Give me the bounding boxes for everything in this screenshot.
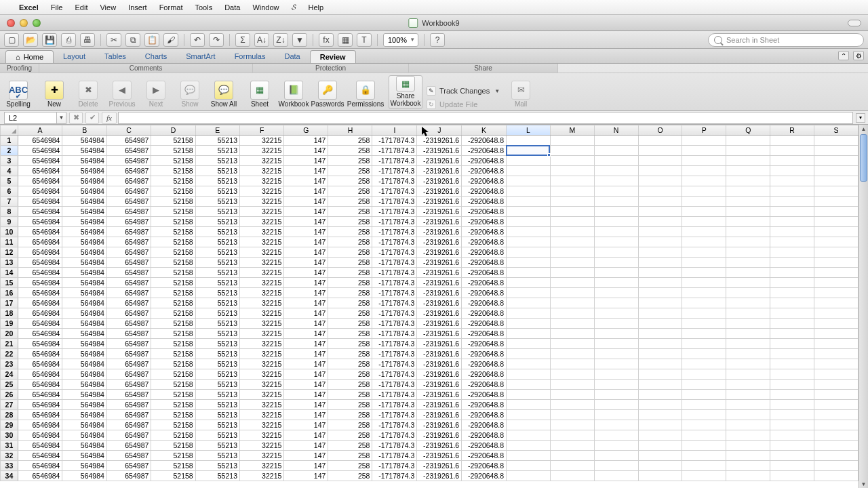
cell-C5[interactable]: 654987 xyxy=(106,176,151,186)
col-header-C[interactable]: C xyxy=(106,125,151,136)
cell-J33[interactable]: -2319261.6 xyxy=(417,461,462,471)
cell-F34[interactable]: 32215 xyxy=(239,471,283,481)
tab-home[interactable]: ⌂Home xyxy=(5,50,54,63)
cell-A20[interactable]: 6546984 xyxy=(18,329,62,339)
cell-S6[interactable] xyxy=(814,186,858,197)
cell-L1[interactable] xyxy=(507,136,551,146)
cell-O1[interactable] xyxy=(638,136,682,146)
row-header-27[interactable]: 27 xyxy=(1,400,18,410)
col-header-N[interactable]: N xyxy=(594,125,638,136)
cell-D7[interactable]: 52158 xyxy=(151,197,195,207)
cell-S7[interactable] xyxy=(814,197,858,207)
cell-A17[interactable]: 6546984 xyxy=(18,298,62,308)
cell-B15[interactable]: 564984 xyxy=(62,278,106,288)
row-header-15[interactable]: 15 xyxy=(1,278,18,288)
cell-P23[interactable] xyxy=(682,359,726,369)
cell-R34[interactable] xyxy=(770,471,814,481)
cell-K20[interactable]: -2920648.8 xyxy=(462,329,507,339)
name-box-dropdown[interactable]: ▼ xyxy=(57,112,66,124)
cell-S22[interactable] xyxy=(814,349,858,359)
cell-O20[interactable] xyxy=(638,329,682,339)
cell-R1[interactable] xyxy=(770,136,814,146)
cell-H2[interactable]: 258 xyxy=(328,146,372,156)
cell-N7[interactable] xyxy=(594,197,638,207)
cell-Q28[interactable] xyxy=(726,410,770,420)
cell-P12[interactable] xyxy=(682,247,726,258)
cell-S30[interactable] xyxy=(814,430,858,441)
cell-N6[interactable] xyxy=(594,186,638,197)
cell-A31[interactable]: 6546984 xyxy=(18,441,62,451)
cell-F27[interactable]: 32215 xyxy=(239,400,283,410)
cell-H9[interactable]: 258 xyxy=(328,217,372,227)
cell-L25[interactable] xyxy=(507,380,551,390)
cell-O8[interactable] xyxy=(638,207,682,217)
cell-Q23[interactable] xyxy=(726,359,770,369)
cell-P1[interactable] xyxy=(682,136,726,146)
cell-F12[interactable]: 32215 xyxy=(239,247,283,258)
cell-C20[interactable]: 654987 xyxy=(106,329,151,339)
cell-R23[interactable] xyxy=(770,359,814,369)
cell-N31[interactable] xyxy=(594,441,638,451)
cell-R4[interactable] xyxy=(770,166,814,176)
cell-B2[interactable]: 564984 xyxy=(62,146,106,156)
cell-B26[interactable]: 564984 xyxy=(62,390,106,400)
cell-M19[interactable] xyxy=(550,319,594,329)
cell-H33[interactable]: 258 xyxy=(328,461,372,471)
cell-I20[interactable]: -1717874.3 xyxy=(372,329,417,339)
cell-G27[interactable]: 147 xyxy=(284,400,328,410)
cell-A27[interactable]: 6546984 xyxy=(18,400,62,410)
spelling-button[interactable]: ABC✔Spelling xyxy=(1,75,35,109)
cell-G21[interactable]: 147 xyxy=(284,339,328,349)
cell-L26[interactable] xyxy=(507,390,551,400)
menu-file[interactable]: File xyxy=(51,3,63,12)
row-header-8[interactable]: 8 xyxy=(1,207,18,217)
cell-H31[interactable]: 258 xyxy=(328,441,372,451)
cell-S1[interactable] xyxy=(814,136,858,146)
cell-M16[interactable] xyxy=(550,288,594,298)
cell-K7[interactable]: -2920648.8 xyxy=(462,197,507,207)
cell-D10[interactable]: 52158 xyxy=(151,227,195,237)
cell-H12[interactable]: 258 xyxy=(328,247,372,258)
cell-F11[interactable]: 32215 xyxy=(239,237,283,247)
fx-button[interactable]: fx xyxy=(319,33,334,47)
cell-S19[interactable] xyxy=(814,319,858,329)
cell-L17[interactable] xyxy=(507,298,551,308)
cell-F21[interactable]: 32215 xyxy=(239,339,283,349)
cell-C10[interactable]: 654987 xyxy=(106,227,151,237)
cell-L34[interactable] xyxy=(507,471,551,481)
cell-M13[interactable] xyxy=(550,258,594,268)
cell-N13[interactable] xyxy=(594,258,638,268)
cell-M14[interactable] xyxy=(550,268,594,278)
cell-D16[interactable]: 52158 xyxy=(151,288,195,298)
tab-tables[interactable]: Tables xyxy=(95,49,136,63)
zoom-select[interactable]: 100%▼ xyxy=(383,33,418,47)
cell-I13[interactable]: -1717874.3 xyxy=(372,258,417,268)
share-workbook-button[interactable]: ▦Share Workbook xyxy=(389,75,422,109)
cell-G6[interactable]: 147 xyxy=(284,186,328,197)
cell-H6[interactable]: 258 xyxy=(328,186,372,197)
cell-J1[interactable]: -2319261.6 xyxy=(417,136,462,146)
cell-O25[interactable] xyxy=(638,380,682,390)
cell-R14[interactable] xyxy=(770,268,814,278)
cell-G13[interactable]: 147 xyxy=(284,258,328,268)
cell-J7[interactable]: -2319261.6 xyxy=(417,197,462,207)
cell-R30[interactable] xyxy=(770,430,814,441)
cell-C29[interactable]: 654987 xyxy=(106,420,151,430)
cell-K30[interactable]: -2920648.8 xyxy=(462,430,507,441)
cell-G26[interactable]: 147 xyxy=(284,390,328,400)
cell-G1[interactable]: 147 xyxy=(284,136,328,146)
cell-D33[interactable]: 52158 xyxy=(151,461,195,471)
cell-K16[interactable]: -2920648.8 xyxy=(462,288,507,298)
cell-E1[interactable]: 55213 xyxy=(195,136,239,146)
cell-H10[interactable]: 258 xyxy=(328,227,372,237)
cell-D4[interactable]: 52158 xyxy=(151,166,195,176)
cell-B18[interactable]: 564984 xyxy=(62,308,106,319)
cell-C1[interactable]: 654987 xyxy=(106,136,151,146)
cell-J14[interactable]: -2319261.6 xyxy=(417,268,462,278)
cell-O31[interactable] xyxy=(638,441,682,451)
cell-E19[interactable]: 55213 xyxy=(195,319,239,329)
cell-N4[interactable] xyxy=(594,166,638,176)
cell-M34[interactable] xyxy=(550,471,594,481)
cell-A21[interactable]: 6546984 xyxy=(18,339,62,349)
cell-N20[interactable] xyxy=(594,329,638,339)
